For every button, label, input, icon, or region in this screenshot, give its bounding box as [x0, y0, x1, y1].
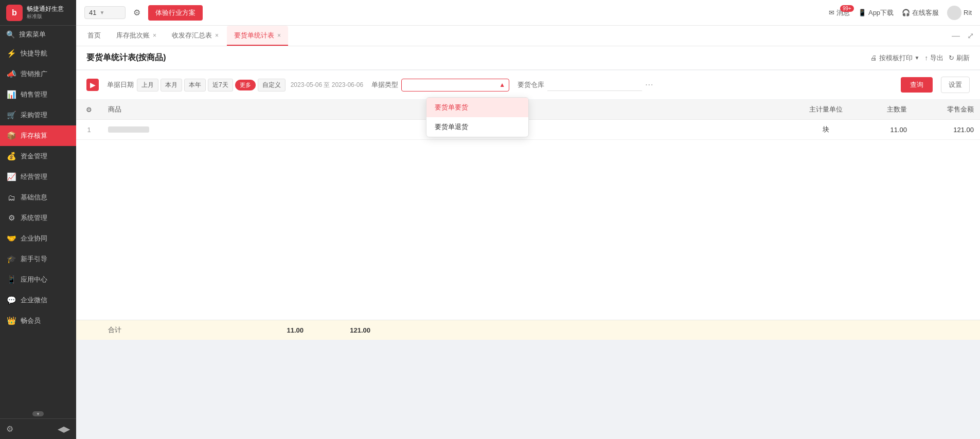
topbar-right: ✉ 消息 99+ 📱 App下载 🎧 在线客服 Rit	[829, 6, 972, 20]
minimize-icon[interactable]: —	[950, 31, 962, 41]
operations-icon: 📈	[6, 172, 16, 182]
date-btn-this-month[interactable]: 本月	[161, 79, 182, 92]
selector-arrow-icon: ▼	[99, 10, 104, 15]
dropdown-item-return[interactable]: 要货单退货	[426, 117, 528, 137]
sidebar-item-label: 应用中心	[21, 275, 47, 284]
tab-close-icon[interactable]: ×	[277, 32, 281, 39]
sidebar-item-finance[interactable]: 💰 资金管理	[0, 146, 76, 167]
sidebar-item-inventory[interactable]: 📦 库存核算	[0, 125, 76, 146]
sidebar-item-enterprise[interactable]: 🤝 企业协同	[0, 228, 76, 249]
type-select-wrap: ▲	[401, 79, 509, 92]
sidebar-item-sales[interactable]: 📊 销售管理	[0, 84, 76, 105]
topbar-left: 41 ▼ ⚙ 体验行业方案	[84, 5, 829, 21]
sidebar-item-vip[interactable]: 👑 畅会员	[0, 310, 76, 331]
wechat-icon: 💬	[6, 295, 16, 305]
online-service-btn[interactable]: 🎧 在线客服	[902, 8, 939, 17]
print-icon: 🖨	[870, 54, 877, 62]
footer-total-label: 合计	[82, 325, 242, 335]
tab-label: 要货单统计表	[234, 31, 274, 40]
guide-icon: 🎓	[6, 254, 16, 264]
query-btn[interactable]: 查询	[901, 77, 933, 93]
warehouse-dots-icon[interactable]: ···	[645, 80, 653, 89]
export-btn[interactable]: ↑ 导出	[925, 53, 944, 63]
refresh-btn[interactable]: ↻ 刷新	[949, 53, 970, 63]
sidebar-bottom: ⚙ ◀▶	[0, 418, 76, 439]
scroll-down-btn[interactable]: ▼	[0, 409, 76, 418]
tab-batch-account[interactable]: 库存批次账 ×	[109, 26, 164, 46]
sidebar-item-app-center[interactable]: 📱 应用中心	[0, 269, 76, 290]
enterprise-icon: 🤝	[6, 233, 16, 244]
type-select-input[interactable]	[401, 79, 509, 92]
selector-value: 41	[89, 9, 96, 16]
tab-receivable-summary[interactable]: 收发存汇总表 ×	[165, 26, 226, 46]
warehouse-filter-group: 要货仓库 ···	[518, 79, 893, 91]
sidebar: b 畅捷通好生意 标准版 🔍 搜索菜单 ⚡ 快捷导航 📣 营销推广 📊 销售管理…	[0, 0, 76, 439]
tab-label: 收发存汇总表	[172, 31, 212, 40]
tab-close-icon[interactable]: ×	[215, 32, 219, 39]
date-filter-label: 单据日期	[107, 80, 134, 89]
system-icon: ⚙	[6, 213, 16, 223]
sidebar-item-label: 销售管理	[21, 90, 47, 99]
sidebar-item-label: 资金管理	[21, 152, 47, 161]
sidebar-item-operations[interactable]: 📈 经营管理	[0, 167, 76, 187]
trial-btn[interactable]: 体验行业方案	[148, 5, 203, 21]
row-unit: 块	[800, 120, 851, 139]
sidebar-item-purchase[interactable]: 🛒 采购管理	[0, 105, 76, 125]
settings-icon[interactable]: ⚙	[6, 424, 13, 434]
maximize-icon[interactable]: ⤢	[965, 31, 976, 41]
main-area: 41 ▼ ⚙ 体验行业方案 ✉ 消息 99+ 📱 App下载 🎧 在线客服 R	[76, 0, 980, 439]
messages-btn[interactable]: ✉ 消息 99+	[829, 8, 850, 17]
sidebar-item-basic-info[interactable]: 🗂 基础信息	[0, 187, 76, 208]
sales-icon: 📊	[6, 89, 16, 100]
row-amount: 121.00	[913, 121, 980, 139]
user-avatar[interactable]: Rit	[947, 6, 972, 20]
tab-close-icon[interactable]: ×	[153, 32, 156, 39]
th-unit: 主计量单位	[800, 100, 851, 119]
page-content: 要货单统计表(按商品) 🖨 按模板打印 ▼ ↑ 导出 ↻ 刷新 ▶	[76, 46, 980, 439]
th-settings[interactable]: ⚙	[76, 101, 102, 119]
window-buttons: — ⤢	[950, 26, 976, 46]
page-header-actions: 🖨 按模板打印 ▼ ↑ 导出 ↻ 刷新	[870, 53, 970, 63]
search-icon: 🔍	[6, 30, 15, 39]
print-btn[interactable]: 🖨 按模板打印 ▼	[870, 53, 920, 63]
topbar-gear-icon[interactable]: ⚙	[130, 6, 144, 20]
marketing-icon: 📣	[6, 69, 16, 79]
date-btn-custom[interactable]: 自定义	[258, 79, 286, 92]
topbar: 41 ▼ ⚙ 体验行业方案 ✉ 消息 99+ 📱 App下载 🎧 在线客服 R	[76, 0, 980, 26]
date-filter-group: 单据日期 上月 本月 本年 近7天 更多 自定义 2023-05-06 至 20…	[107, 79, 363, 92]
date-btn-more[interactable]: 更多	[235, 80, 256, 90]
sidebar-item-guide[interactable]: 🎓 新手引导	[0, 249, 76, 269]
sidebar-item-marketing[interactable]: 📣 营销推广	[0, 64, 76, 84]
footer-total-amount: 121.00	[304, 326, 370, 334]
purchase-icon: 🛒	[6, 110, 16, 120]
collapse-icon[interactable]: ◀▶	[58, 424, 70, 434]
phone-icon: 📱	[858, 9, 866, 16]
tab-home[interactable]: 首页	[80, 26, 108, 46]
sidebar-item-wechat[interactable]: 💬 企业微信	[0, 290, 76, 310]
refresh-icon: ↻	[949, 54, 954, 62]
date-buttons: 上月 本月 本年 近7天 更多 自定义	[137, 79, 286, 92]
product-name-placeholder	[108, 126, 149, 133]
date-btn-last-7[interactable]: 近7天	[208, 79, 233, 92]
warehouse-input[interactable]	[547, 79, 642, 91]
sidebar-item-label: 畅会员	[21, 316, 41, 325]
sidebar-item-system[interactable]: ⚙ 系统管理	[0, 208, 76, 228]
footer-total-qty: 11.00	[242, 326, 304, 334]
sidebar-search[interactable]: 🔍 搜索菜单	[0, 26, 76, 43]
sidebar-item-label: 基础信息	[21, 193, 47, 202]
finance-icon: 💰	[6, 151, 16, 161]
page-title: 要货单统计表(按商品)	[86, 52, 166, 63]
settings-btn[interactable]: 设置	[941, 77, 970, 93]
logo-icon: b	[6, 5, 23, 21]
messages-badge: 99+	[840, 5, 854, 12]
dropdown-item-order[interactable]: 要货单要货	[426, 98, 528, 117]
date-btn-this-year[interactable]: 本年	[184, 79, 206, 92]
company-selector[interactable]: 41 ▼	[84, 6, 126, 19]
date-btn-last-month[interactable]: 上月	[137, 79, 158, 92]
sidebar-item-quick-nav[interactable]: ⚡ 快捷导航	[0, 43, 76, 64]
app-download-btn[interactable]: 📱 App下载	[858, 8, 894, 17]
filter-expand-btn[interactable]: ▶	[86, 79, 99, 91]
tab-order-stats[interactable]: 要货单统计表 ×	[227, 26, 288, 46]
print-arrow-icon: ▼	[915, 55, 920, 61]
type-dropdown: 要货单要货 要货单退货	[426, 97, 529, 137]
